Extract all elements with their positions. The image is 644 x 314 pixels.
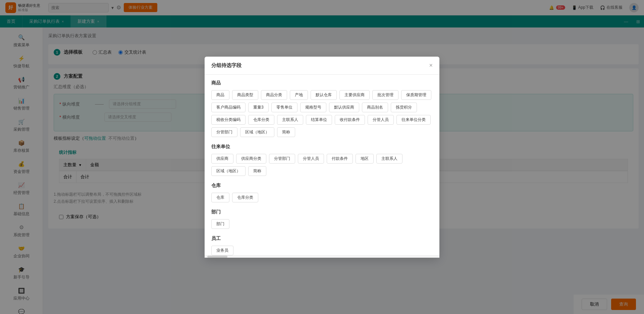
field-tag-tax-code[interactable]: 税收分类编码 bbox=[211, 115, 246, 125]
field-tag-goods-type[interactable]: 商品类型 bbox=[232, 90, 258, 100]
field-tag-area[interactable]: 地区 bbox=[356, 154, 374, 164]
field-tag-weight3[interactable]: 重量3 bbox=[248, 103, 269, 112]
field-tag-default-warehouse[interactable]: 默认仓库 bbox=[311, 90, 337, 100]
field-tag-goods[interactable]: 商品 bbox=[211, 90, 229, 100]
field-tags-partner: 供应商 供应商分类 分管部门 分管人员 付款条件 地区 主联系人 区域（地区） … bbox=[211, 154, 433, 176]
field-tag-partner-cat[interactable]: 往来单位分类 bbox=[396, 115, 431, 125]
field-tag-main-supplier[interactable]: 主要供应商 bbox=[339, 90, 370, 100]
field-tag-batch-mgmt[interactable]: 批次管理 bbox=[372, 90, 398, 100]
modal-overlay[interactable]: 分组待选字段 × 商品 商品 商品类型 商品分类 产地 默认仓库 主要供应商 批… bbox=[0, 0, 644, 314]
field-tag-partner-contact[interactable]: 主联系人 bbox=[376, 154, 402, 164]
field-tag-supervisor[interactable]: 分管人员 bbox=[368, 115, 394, 125]
modal-horizontal-scrollbar[interactable] bbox=[205, 255, 439, 258]
modal-dialog: 分组待选字段 × 商品 商品 商品类型 商品分类 产地 默认仓库 主要供应商 批… bbox=[205, 57, 439, 258]
field-tag-pay-terms[interactable]: 付款条件 bbox=[327, 154, 353, 164]
field-group-department: 部门 部门 bbox=[211, 209, 433, 229]
field-group-employee: 员工 业务员 bbox=[211, 236, 433, 255]
group-title-department: 部门 bbox=[211, 209, 433, 215]
field-tag-region-partner[interactable]: 区域（地区） bbox=[211, 166, 246, 176]
field-tag-goods-category[interactable]: 商品分类 bbox=[261, 90, 287, 100]
field-tag-pick-points[interactable]: 拣货积分 bbox=[391, 103, 417, 112]
modal-header: 分组待选字段 × bbox=[205, 57, 439, 75]
field-group-warehouse: 仓库 仓库 仓库分类 bbox=[211, 183, 433, 202]
field-tag-customer-sku[interactable]: 客户商品编码 bbox=[211, 103, 246, 112]
field-tag-spec-model[interactable]: 规格型号 bbox=[300, 103, 326, 112]
field-tag-warehouse[interactable]: 仓库 bbox=[211, 193, 229, 202]
field-tag-short-name-goods[interactable]: 简称 bbox=[277, 127, 295, 137]
group-title-employee: 员工 bbox=[211, 236, 433, 242]
field-tag-partner-supervisor[interactable]: 分管人员 bbox=[298, 154, 324, 164]
field-tags-warehouse: 仓库 仓库分类 bbox=[211, 193, 433, 202]
field-tags-employee: 业务员 bbox=[211, 246, 433, 255]
modal-close-button[interactable]: × bbox=[429, 62, 433, 69]
modal-body: 商品 商品 商品类型 商品分类 产地 默认仓库 主要供应商 批次管理 保质期管理… bbox=[205, 75, 439, 255]
field-tag-partner-dept[interactable]: 分管部门 bbox=[269, 154, 295, 164]
modal-title: 分组待选字段 bbox=[211, 62, 241, 69]
field-tag-quality-mgmt[interactable]: 保质期管理 bbox=[401, 90, 431, 100]
group-title-goods: 商品 bbox=[211, 80, 433, 86]
field-tag-short-name-partner[interactable]: 简称 bbox=[248, 166, 266, 176]
field-tag-supplier[interactable]: 供应商 bbox=[211, 154, 233, 164]
field-tag-warehouse-cat[interactable]: 仓库分类 bbox=[248, 115, 274, 125]
field-tag-department[interactable]: 部门 bbox=[211, 219, 229, 229]
field-tag-default-supplier[interactable]: 默认供应商 bbox=[329, 103, 359, 112]
field-group-partner: 往来单位 供应商 供应商分类 分管部门 分管人员 付款条件 地区 主联系人 区域… bbox=[211, 144, 433, 176]
field-tag-dept[interactable]: 分管部门 bbox=[211, 127, 237, 137]
field-tag-salesperson[interactable]: 业务员 bbox=[211, 246, 233, 255]
field-tag-main-contact[interactable]: 主联系人 bbox=[277, 115, 303, 125]
group-title-partner: 往来单位 bbox=[211, 144, 433, 150]
field-tags-department: 部门 bbox=[211, 219, 433, 229]
field-tag-origin[interactable]: 产地 bbox=[290, 90, 308, 100]
field-tag-region-goods[interactable]: 区域（地区） bbox=[240, 127, 274, 137]
field-tag-warehouse-category[interactable]: 仓库分类 bbox=[232, 193, 258, 202]
field-tag-settle-unit[interactable]: 结算单位 bbox=[306, 115, 332, 125]
field-tag-goods-alias[interactable]: 商品别名 bbox=[362, 103, 388, 112]
field-tag-supplier-cat[interactable]: 供应商分类 bbox=[236, 154, 266, 164]
field-tags-goods: 商品 商品类型 商品分类 产地 默认仓库 主要供应商 批次管理 保质期管理 客户… bbox=[211, 90, 433, 137]
scroll-thumb[interactable] bbox=[207, 256, 227, 258]
field-tag-retail-unit[interactable]: 零售单位 bbox=[271, 103, 298, 112]
field-group-goods: 商品 商品 商品类型 商品分类 产地 默认仓库 主要供应商 批次管理 保质期管理… bbox=[211, 80, 433, 137]
field-tag-payment-terms[interactable]: 收付款条件 bbox=[335, 115, 365, 125]
group-title-warehouse: 仓库 bbox=[211, 183, 433, 189]
